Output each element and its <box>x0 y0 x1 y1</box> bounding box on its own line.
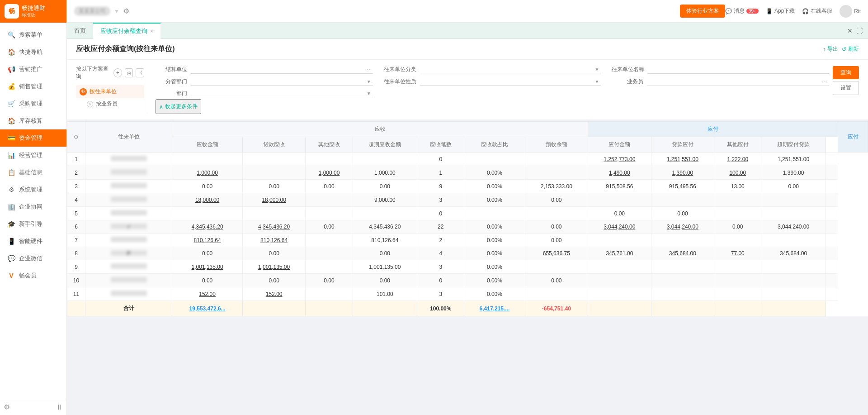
table-row: 500.000.00 <box>67 207 868 220</box>
sidebar-item-search-label: 搜索菜单 <box>19 31 42 39</box>
query-button[interactable]: 查询 <box>833 66 859 79</box>
sidebar-item-hardware[interactable]: 📱 智能硬件 <box>0 233 66 250</box>
th-ar-group: 应收 <box>172 122 588 137</box>
sidebar-item-hardware-label: 智能硬件 <box>19 237 42 245</box>
unit-nature-select[interactable]: ▼ <box>420 78 601 86</box>
footer-empty5 <box>588 301 651 316</box>
unit-category-label: 往来单位分类 <box>384 66 416 73</box>
sidebar-item-operation-label: 经营管理 <box>19 151 42 159</box>
sidebar-item-system-label: 系统管理 <box>19 186 42 194</box>
export-button[interactable]: ↑ 导出 <box>823 45 838 53</box>
salesperson-dots-icon[interactable]: ··· <box>821 78 827 85</box>
table-gear-icon[interactable]: ⚙ <box>74 134 79 140</box>
tab-close-icon[interactable]: × <box>150 28 153 34</box>
footer-ar-advance: 6,417,215.... <box>464 301 525 316</box>
scheme-staff-icon: ○ <box>87 101 93 107</box>
sidebar-item-guide[interactable]: 🎓 新手引导 <box>0 215 66 233</box>
sidebar-item-guide-label: 新手引导 <box>19 220 42 228</box>
hardware-icon: 📱 <box>7 237 15 245</box>
scheme-by-staff[interactable]: ○ 按业务员 <box>76 98 144 110</box>
sidebar: 畅 畅捷通财 标准版 🔍 搜索菜单 🏠 快捷导航 📢 营销推广 💰 销售管理 <box>0 0 67 415</box>
collapse-more-button[interactable]: ∧ 收起更多条件 <box>156 99 201 114</box>
unit-name-input[interactable] <box>648 65 829 74</box>
salesperson-input[interactable]: ··· <box>647 77 829 86</box>
filter-scheme-label: 按以下方案查询 <box>76 65 111 81</box>
page-actions: ↑ 导出 ↺ 刷新 <box>823 45 859 53</box>
sidebar-item-member[interactable]: V 畅会员 <box>0 267 66 284</box>
refresh-button[interactable]: ↺ 刷新 <box>842 45 859 53</box>
sidebar-item-sales-label: 销售管理 <box>19 82 42 91</box>
sidebar-collapse-icon[interactable]: ⏸ <box>56 403 63 411</box>
th-ar-loan: 贷款应收 <box>242 137 306 153</box>
tab-ar-ap[interactable]: 应收应付余额查询 × <box>93 23 160 39</box>
breadcrumb-arrow: ▼ <box>114 8 119 14</box>
sidebar-footer: ⚙ ⏸ <box>0 399 66 415</box>
sidebar-item-quick[interactable]: 🏠 快捷导航 <box>0 43 66 61</box>
sidebar-menu: 🔍 搜索菜单 🏠 快捷导航 📢 营销推广 💰 销售管理 🛒 采购管理 🏠 <box>0 23 66 399</box>
sidebar-item-purchase[interactable]: 🛒 采购管理 <box>0 95 66 112</box>
logo-icon: 畅 <box>5 4 19 19</box>
settlement-unit-input[interactable]: ··· <box>191 65 373 74</box>
sidebar-item-corp[interactable]: 🏢 企业协同 <box>0 198 66 215</box>
sidebar-item-finance[interactable]: 💳 资金管理 <box>0 129 66 147</box>
footer-empty3 <box>306 301 353 316</box>
th-ap-amount: 应付金额 <box>588 137 651 153</box>
dept-in-charge-select[interactable]: ▼ <box>191 78 373 86</box>
table-row: 91,001,135.001,001,135.001,001,135.0030.… <box>67 260 868 274</box>
sidebar-item-purchase-label: 采购管理 <box>19 100 42 108</box>
dept-in-charge-label: 分管部门 <box>156 78 187 86</box>
th-ar-amount: 应收金额 <box>172 137 243 153</box>
basic-icon: 📋 <box>7 168 15 176</box>
settings-button[interactable]: 设置 <box>833 81 859 95</box>
th-ap-other: 其他应付 <box>714 137 761 153</box>
settlement-dots-icon[interactable]: ··· <box>365 66 371 72</box>
sidebar-item-sales[interactable]: 💰 销售管理 <box>0 78 66 95</box>
filter-settings-icon[interactable]: ◎ <box>125 68 133 77</box>
sidebar-settings-icon[interactable]: ⚙ <box>4 403 10 411</box>
sidebar-item-marketing[interactable]: 📢 营销推广 <box>0 61 66 78</box>
refresh-icon: ↺ <box>842 46 846 52</box>
footer-ar-ratio: 100.00% <box>417 301 464 316</box>
sidebar-item-search[interactable]: 🔍 搜索菜单 <box>0 26 66 43</box>
th-ap-loan: 贷款应付 <box>651 137 714 153</box>
scroll-area: 应收应付余额查询(按往来单位) ↑ 导出 ↺ 刷新 <box>67 39 868 399</box>
scheme-by-unit[interactable]: 畅 按往来单位 <box>76 85 144 98</box>
filter-add-button[interactable]: + <box>113 68 122 77</box>
sidebar-item-system[interactable]: ⚙ 系统管理 <box>0 181 66 198</box>
sidebar-item-basic[interactable]: 📋 基础信息 <box>0 164 66 181</box>
th-ar-other: 其他应收 <box>306 137 353 153</box>
dept2-arrow: ▼ <box>367 91 371 96</box>
user-area[interactable]: Rit <box>840 5 861 18</box>
wechat-icon: 💬 <box>7 254 15 262</box>
unit-category-select[interactable]: ▼ <box>420 66 601 73</box>
filter-collapse-icon[interactable]: 《 <box>136 68 144 77</box>
filter-field-dept2: 部门 ▼ <box>156 90 373 97</box>
footer-empty2 <box>242 301 306 316</box>
dept-select[interactable]: ▼ <box>191 90 373 97</box>
maximize-window-icon[interactable]: ⛶ <box>856 27 863 34</box>
sidebar-item-operation[interactable]: 📊 经营管理 <box>0 147 66 164</box>
close-window-icon[interactable]: ✕ <box>847 27 853 34</box>
salesperson-label: 业务员 <box>612 78 643 86</box>
th-ar-overdue: 超期应收金额 <box>353 137 417 153</box>
online-service-btn[interactable]: 🎧 在线客服 <box>802 7 832 15</box>
tab-home-label: 首页 <box>74 27 86 35</box>
sales-icon: 💰 <box>7 82 15 91</box>
app-download-btn[interactable]: 📱 App下载 <box>766 7 795 15</box>
table-row: 101,252,773.001,251,551.001,222.001,251,… <box>67 153 868 166</box>
message-btn[interactable]: 💬 消息 99+ <box>725 7 759 15</box>
filter-field-dept: 分管部门 ▼ <box>156 78 373 86</box>
sidebar-item-inventory[interactable]: 🏠 库存核算 <box>0 112 66 129</box>
topbar-settings-btn[interactable]: ⚙ <box>123 7 129 15</box>
tab-home[interactable]: 首页 <box>67 23 93 39</box>
sidebar-item-wechat[interactable]: 💬 企业微信 <box>0 250 66 267</box>
dept-arrow: ▼ <box>367 79 371 84</box>
topbar-breadcrumb: 某某某公司 ▼ ⚙ <box>74 6 680 16</box>
sidebar-item-basic-label: 基础信息 <box>19 168 42 176</box>
app-download-label: App下载 <box>774 7 795 15</box>
unit-nature-arrow: ▼ <box>594 79 599 84</box>
solution-button[interactable]: 体验行业方案 <box>680 5 725 18</box>
th-settings[interactable]: ⚙ <box>67 122 85 153</box>
unit-nature-label: 往来单位性质 <box>384 78 416 86</box>
guide-icon: 🎓 <box>7 220 15 228</box>
